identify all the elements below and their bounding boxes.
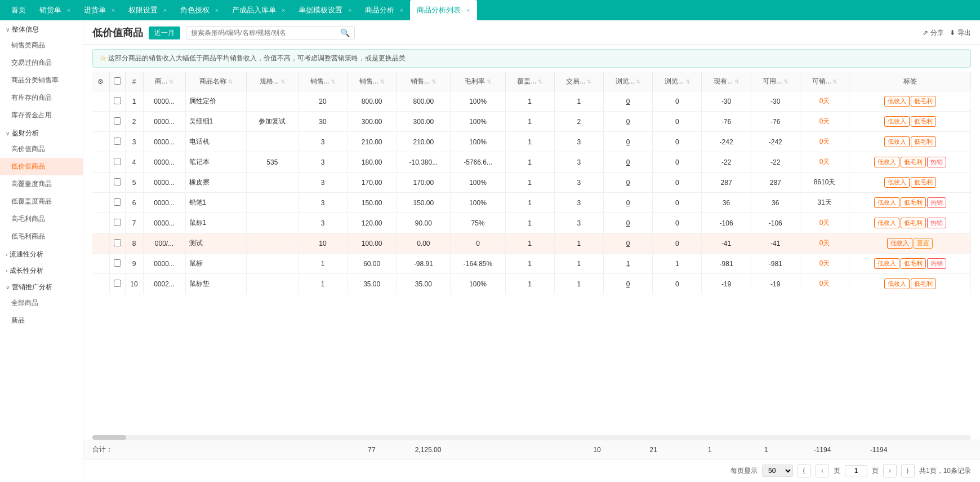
scrollbar-thumb[interactable] <box>92 435 126 440</box>
th-browse1[interactable]: 浏览... <box>604 72 653 91</box>
select-all-checkbox[interactable] <box>114 77 121 85</box>
th-checkbox[interactable] <box>109 72 125 91</box>
row-checkbox[interactable] <box>109 193 125 213</box>
close-icon[interactable]: × <box>67 7 70 14</box>
sidebar-group-marketing[interactable]: ∨ 营销推广分析 <box>0 278 83 294</box>
row-browse2: 0 <box>653 274 702 294</box>
sidebar-item-high-value[interactable]: 高价值商品 <box>0 140 83 158</box>
period-button[interactable]: 近一月 <box>149 26 180 39</box>
row-spec <box>246 193 298 213</box>
th-settings[interactable]: ⚙ <box>92 72 109 91</box>
close-icon[interactable]: × <box>112 7 115 14</box>
sidebar-group-profit[interactable]: ∨ 盈财分析 <box>0 124 83 140</box>
sidebar-item-stock-capital[interactable]: 库存资金占用 <box>0 107 83 124</box>
row-select-checkbox[interactable] <box>114 259 121 267</box>
th-stock2[interactable]: 可用... <box>751 72 800 91</box>
table-row[interactable]: 5 0000... 橡皮擦 3 170.00 170.00 100% 1 3 0… <box>92 173 971 193</box>
row-select-checkbox[interactable] <box>114 138 121 145</box>
th-trade[interactable]: 交易... <box>554 72 603 91</box>
table-row[interactable]: 6 0000... 铅笔1 3 150.00 150.00 100% 1 3 0… <box>92 193 971 213</box>
row-checkbox[interactable] <box>109 91 125 112</box>
table-row[interactable]: 4 0000... 笔记本 535 3 180.00 -10,380... -5… <box>92 152 971 173</box>
row-checkbox[interactable] <box>109 173 125 193</box>
row-select-checkbox[interactable] <box>114 239 121 246</box>
row-select-checkbox[interactable] <box>114 158 121 165</box>
sidebar-item-new-products[interactable]: 新品 <box>0 312 83 329</box>
row-checkbox[interactable] <box>109 112 125 132</box>
sidebar-item-stocked[interactable]: 有库存的商品 <box>0 89 83 107</box>
sidebar-item-sales-products[interactable]: 销售类商品 <box>0 37 83 54</box>
sidebar-item-high-margin[interactable]: 高毛利商品 <box>0 210 83 228</box>
nav-template[interactable]: 单据模板设置 × <box>292 0 358 20</box>
nav-role[interactable]: 角色授权 × <box>173 0 225 20</box>
row-checkbox[interactable] <box>109 274 125 294</box>
nav-product-in[interactable]: 产成品入库单 × <box>225 0 292 20</box>
share-button[interactable]: ⇗ 分享 <box>923 28 944 38</box>
nav-product-analysis-list[interactable]: 商品分析列表 × <box>410 0 476 20</box>
close-icon[interactable]: × <box>215 7 219 14</box>
close-icon[interactable]: × <box>282 7 285 14</box>
th-code[interactable]: 商... <box>143 72 185 91</box>
row-select-checkbox[interactable] <box>114 280 121 287</box>
nav-purchase[interactable]: 进货单 × <box>77 0 122 20</box>
nav-permission[interactable]: 权限设置 × <box>122 0 173 20</box>
th-rate[interactable]: 毛利率 <box>451 72 505 91</box>
table-row[interactable]: 2 0000... 吴细细1 参加复试 30 300.00 300.00 100… <box>92 112 971 132</box>
export-button[interactable]: ⬇ 导出 <box>950 28 971 38</box>
table-row[interactable]: 7 0000... 鼠标1 3 120.00 90.00 75% 1 3 0 0… <box>92 213 971 233</box>
nav-sales[interactable]: 销货单 × <box>33 0 77 20</box>
table-row[interactable]: 8 000/... 测试 10 100.00 0.00 0 1 1 0 0 -4… <box>92 233 971 254</box>
row-checkbox[interactable] <box>109 233 125 254</box>
sidebar-item-all-products[interactable]: 全部商品 <box>0 294 83 312</box>
sidebar-item-low-coverage[interactable]: 低覆盖度商品 <box>0 193 83 210</box>
th-name[interactable]: 商品名称 <box>185 72 246 91</box>
tag: 低毛利 <box>911 278 936 289</box>
row-name: 鼠标1 <box>185 213 246 233</box>
table-row[interactable]: 10 0002... 鼠标垫 1 35.00 35.00 100% 1 1 0 … <box>92 274 971 294</box>
prev-page-button[interactable]: ‹ <box>816 464 829 477</box>
close-icon[interactable]: × <box>348 7 351 14</box>
scrollbar[interactable] <box>92 435 971 440</box>
th-sale2[interactable]: 销售... <box>397 72 451 91</box>
th-sale1[interactable]: 销售... <box>348 72 397 91</box>
row-checkbox[interactable] <box>109 254 125 274</box>
th-browse2[interactable]: 浏览... <box>653 72 702 91</box>
sidebar-item-low-value[interactable]: 低价值商品 <box>0 158 83 175</box>
row-select-checkbox[interactable] <box>114 198 121 206</box>
row-checkbox[interactable] <box>109 152 125 173</box>
per-page-select[interactable]: 50 100 <box>762 465 793 477</box>
page-number-input[interactable] <box>845 465 867 476</box>
row-select-checkbox[interactable] <box>114 219 121 226</box>
th-stock1[interactable]: 现有... <box>702 72 751 91</box>
nav-product-analysis[interactable]: 商品分析 × <box>358 0 410 20</box>
table-row[interactable]: 1 0000... 属性定价 20 800.00 800.00 100% 1 1… <box>92 91 971 112</box>
sidebar-group-circulation[interactable]: › 流通性分析 <box>0 245 83 262</box>
row-select-checkbox[interactable] <box>114 117 121 125</box>
th-cov[interactable]: 覆盖... <box>505 72 554 91</box>
search-icon[interactable]: 🔍 <box>340 28 350 37</box>
sidebar-item-traded-products[interactable]: 交易过的商品 <box>0 54 83 72</box>
table-area[interactable]: ⚙ # 商... 商品名称 规格... 销售... 销售... 销售... 毛利… <box>83 72 980 435</box>
th-spec[interactable]: 规格... <box>246 72 298 91</box>
table-row[interactable]: 9 0000... 鼠标 1 60.00 -98.91 -164.85% 1 1… <box>92 254 971 274</box>
first-page-button[interactable]: ⟨ <box>798 464 811 477</box>
row-select-checkbox[interactable] <box>114 178 121 185</box>
last-page-button[interactable]: ⟩ <box>901 464 915 477</box>
sidebar-item-low-margin[interactable]: 低毛利商品 <box>0 228 83 245</box>
table-row[interactable]: 3 0000... 电话机 3 210.00 210.00 100% 1 3 0… <box>92 132 971 152</box>
th-qty[interactable]: 销售... <box>298 72 347 91</box>
search-input[interactable] <box>191 29 337 37</box>
close-icon[interactable]: × <box>466 7 470 14</box>
th-days[interactable]: 可销... <box>800 72 849 91</box>
sidebar-item-high-coverage[interactable]: 高覆盖度商品 <box>0 175 83 193</box>
row-select-checkbox[interactable] <box>114 97 121 104</box>
sidebar-group-overall[interactable]: ∨ 整体信息 <box>0 20 83 37</box>
sidebar-item-category-rate[interactable]: 商品分类销售率 <box>0 72 83 89</box>
row-checkbox[interactable] <box>109 213 125 233</box>
row-checkbox[interactable] <box>109 132 125 152</box>
close-icon[interactable]: × <box>400 7 403 14</box>
next-page-button[interactable]: › <box>883 464 897 477</box>
sidebar-group-growth[interactable]: › 成长性分析 <box>0 262 83 278</box>
nav-home[interactable]: 首页 <box>5 0 33 20</box>
close-icon[interactable]: × <box>163 7 167 14</box>
